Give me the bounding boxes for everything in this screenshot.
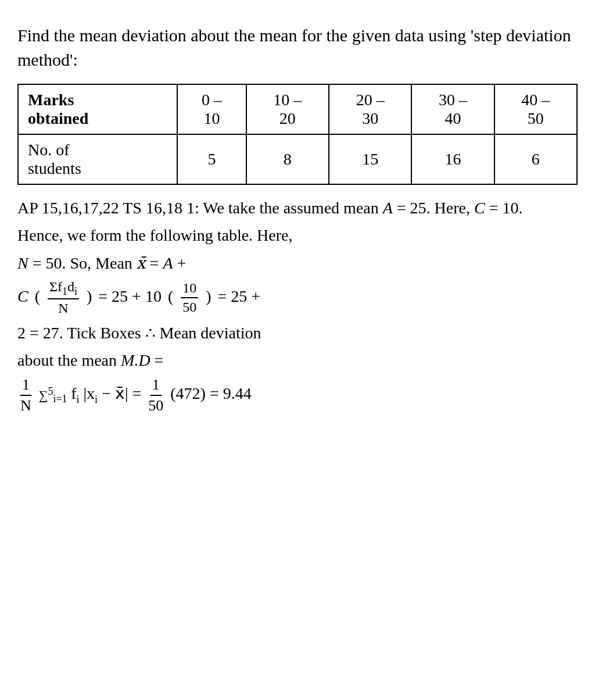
- solution-line-6: about the mean M.D =: [17, 348, 578, 373]
- solution-line-3: N = 50. So, Mean x̄ = A +: [17, 251, 578, 276]
- solution-line-4: C ( Σf1di N ) = 25 + 10 ( 10 50 ) = 25 +: [17, 278, 578, 317]
- question-text: Find the mean deviation about the mean f…: [17, 23, 578, 72]
- students-col-5: 6: [494, 134, 577, 184]
- table-row-students: No. ofstudents 5 8 15 16 6: [18, 134, 577, 184]
- solution-line-2: Hence, we form the following table. Here…: [17, 223, 578, 248]
- frac4-denominator: 50: [146, 396, 165, 416]
- fraction-4: 1 50: [146, 375, 165, 416]
- fraction-1: Σf1di N: [48, 278, 79, 317]
- marks-col-5: 40 –50: [494, 84, 577, 134]
- frac2-numerator: 10: [181, 279, 198, 298]
- marks-col-2: 10 –20: [246, 84, 329, 134]
- frac4-numerator: 1: [150, 375, 162, 396]
- marks-label: Marksobtained: [18, 84, 177, 134]
- fraction-2: 10 50: [181, 279, 198, 316]
- marks-col-1: 0 –10: [177, 84, 246, 134]
- solution-section: AP 15,16,17,22 TS 16,18 1: We take the a…: [17, 195, 578, 416]
- solution-line-1: AP 15,16,17,22 TS 16,18 1: We take the a…: [17, 195, 578, 220]
- students-col-4: 16: [411, 134, 494, 184]
- data-table: Marksobtained 0 –10 10 –20 20 –30 30 –40…: [17, 84, 578, 185]
- marks-col-4: 30 –40: [411, 84, 494, 134]
- question-section: Find the mean deviation about the mean f…: [17, 23, 578, 416]
- marks-col-3: 20 –30: [329, 84, 411, 134]
- solution-line-7: 1 N ∑5i=1 fi |xi − x̄| = 1 50 (472) = 9.…: [17, 375, 578, 416]
- frac1-numerator: Σf1di: [48, 278, 79, 299]
- frac3-denominator: N: [19, 396, 33, 416]
- frac1-denominator: N: [56, 299, 70, 317]
- solution-line-5: 2 = 27. Tick Boxes ∴ Mean deviation: [17, 320, 578, 345]
- students-col-2: 8: [246, 134, 329, 184]
- frac3-numerator: 1: [20, 375, 31, 396]
- students-label: No. ofstudents: [18, 134, 177, 184]
- table-row-marks: Marksobtained 0 –10 10 –20 20 –30 30 –40…: [18, 84, 577, 134]
- frac2-denominator: 50: [181, 298, 198, 316]
- students-col-1: 5: [177, 134, 246, 184]
- fraction-3: 1 N: [19, 375, 33, 416]
- students-col-3: 15: [329, 134, 411, 184]
